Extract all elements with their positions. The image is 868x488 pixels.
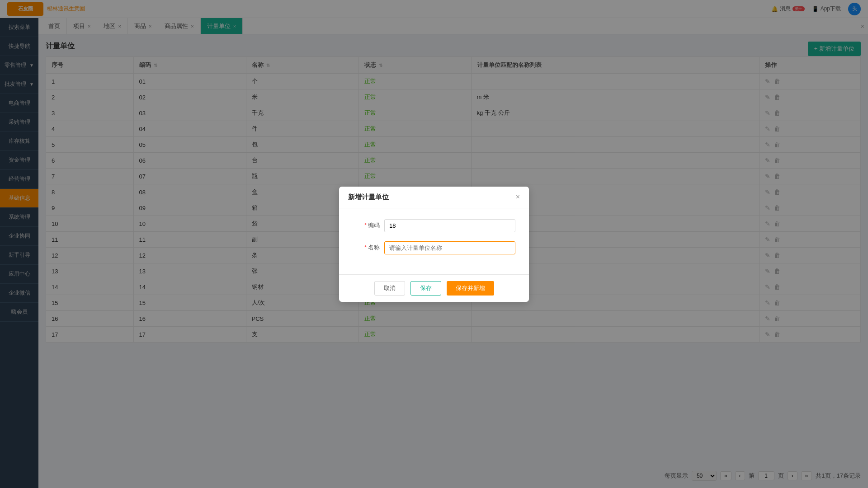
name-form-row: *名称 xyxy=(353,241,515,254)
cancel-button[interactable]: 取消 xyxy=(374,281,405,296)
modal-title: 新增计量单位 xyxy=(348,193,389,202)
modal-close-button[interactable]: × xyxy=(516,193,520,201)
code-input[interactable] xyxy=(384,219,515,232)
name-input[interactable] xyxy=(384,241,515,254)
required-mark: * xyxy=(364,222,367,229)
modal-header: 新增计量单位 × xyxy=(339,187,529,208)
code-label: *编码 xyxy=(353,221,380,230)
save-and-new-button[interactable]: 保存并新增 xyxy=(447,281,494,296)
code-form-row: *编码 xyxy=(353,219,515,232)
required-mark: * xyxy=(364,244,367,251)
modal-overlay: 新增计量单位 × *编码 *名称 取消 保存 保存并新增 xyxy=(0,0,868,488)
name-label: *名称 xyxy=(353,244,380,252)
modal-body: *编码 *名称 xyxy=(339,208,529,274)
modal-footer: 取消 保存 保存并新增 xyxy=(339,274,529,302)
add-unit-modal: 新增计量单位 × *编码 *名称 取消 保存 保存并新增 xyxy=(339,187,529,302)
save-button[interactable]: 保存 xyxy=(410,281,441,296)
